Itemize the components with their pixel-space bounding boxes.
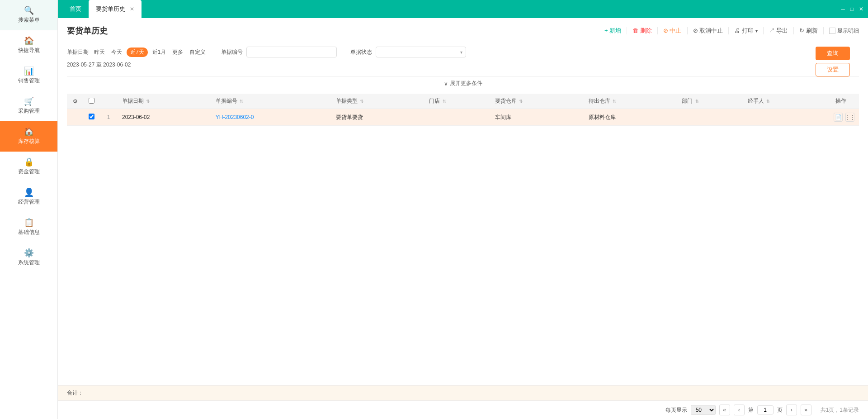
divider	[823, 27, 824, 34]
sidebar-item-basic-info[interactable]: 📋 基础信息	[0, 212, 57, 243]
display-cell-button[interactable]: 显示明细	[829, 27, 859, 35]
cancel-stop-button[interactable]: ⊘ 取消中止	[693, 27, 723, 35]
doc-status-select[interactable]	[376, 47, 466, 57]
window-close-button[interactable]: ✕	[859, 6, 863, 12]
doc-no-input[interactable]	[246, 47, 337, 57]
sort-icon: ⇅	[240, 99, 243, 104]
sidebar-item-label: 资金管理	[18, 168, 40, 176]
sidebar-item-quick-nav[interactable]: 🏠 快捷导航	[0, 30, 57, 61]
row-doc-no-cell[interactable]: YH-20230602-0	[211, 109, 331, 126]
date-7days[interactable]: 近7天	[127, 48, 148, 57]
row-checkbox[interactable]	[89, 114, 94, 119]
first-page-icon: «	[723, 407, 726, 413]
content-area: 要货单历史 + 新增 🗑 删除 ⊘ 中止 ⊘ 取消中止	[58, 18, 868, 419]
row-dept-cell	[677, 109, 743, 126]
refresh-button[interactable]: ↻ 刷新	[799, 27, 818, 35]
table-body: 1 2023-06-02 YH-20230602-0 要货单要货	[67, 109, 859, 126]
page-number-input[interactable]	[757, 405, 774, 414]
divider	[657, 27, 658, 34]
operation-col-header: 操作	[823, 94, 859, 109]
divider	[793, 27, 794, 34]
row-num-cell: 1	[99, 109, 118, 126]
page-size-select[interactable]: 10 20 50 100	[691, 405, 716, 415]
summary-label: 合计：	[67, 390, 83, 396]
sidebar-item-purchase-mgmt[interactable]: 🛒 采购管理	[0, 91, 57, 121]
date-1month[interactable]: 近1月	[151, 48, 168, 57]
settings-button[interactable]: 设置	[816, 63, 850, 76]
date-today[interactable]: 今天	[109, 48, 124, 57]
home-icon: 🏠	[24, 37, 34, 45]
tab-requisition-history-label: 要货单历史	[96, 5, 125, 13]
tab-home[interactable]: 首页	[62, 0, 89, 18]
cart-icon: 🛒	[24, 97, 34, 105]
expand-more-row[interactable]: ∨ 展开更多条件	[67, 76, 859, 90]
user-icon: 👤	[24, 188, 34, 196]
date-custom[interactable]: 自定义	[188, 48, 208, 57]
more-icon: ⋮⋮	[844, 114, 855, 120]
checkbox-col-header[interactable]	[83, 94, 99, 109]
window-minimize-button[interactable]: ─	[841, 6, 845, 12]
row-doc-type-cell: 要货单要货	[331, 109, 425, 126]
add-button[interactable]: + 新增	[604, 27, 621, 35]
store-col-header[interactable]: 门店 ⇅	[425, 94, 491, 109]
date-more[interactable]: 更多	[170, 48, 185, 57]
row-settings-cell	[67, 109, 83, 126]
next-page-button[interactable]: ›	[786, 405, 797, 415]
table-row[interactable]: 1 2023-06-02 YH-20230602-0 要货单要货	[67, 109, 859, 126]
doc-no-label: 单据编号	[221, 48, 243, 56]
first-page-button[interactable]: «	[719, 405, 730, 415]
print-button[interactable]: 🖨 打印 ▾	[734, 27, 758, 35]
sidebar-item-inventory[interactable]: 🏠 库存核算	[0, 121, 57, 152]
divider	[687, 27, 688, 34]
sidebar-item-label: 经营管理	[18, 198, 40, 206]
handler-col-header[interactable]: 经手人 ⇅	[743, 94, 823, 109]
refresh-label: ↻ 刷新	[799, 27, 818, 35]
doc-no-col-header[interactable]: 单据编号 ⇅	[211, 94, 331, 109]
tab-home-label: 首页	[70, 5, 81, 13]
page-label: 第	[748, 406, 754, 414]
delete-button[interactable]: 🗑 删除	[632, 27, 652, 35]
sort-icon: ⇅	[766, 99, 770, 104]
stop-label: ⊘ 中止	[663, 27, 682, 35]
divider	[627, 27, 627, 34]
doc-date-col-header[interactable]: 单据日期 ⇅	[118, 94, 211, 109]
doc-no-link[interactable]: YH-20230602-0	[216, 114, 254, 120]
window-maximize-button[interactable]: □	[850, 6, 854, 12]
sidebar-item-finance-mgmt[interactable]: 🔒 资金管理	[0, 152, 57, 182]
sidebar-item-search-menu[interactable]: 🔍 搜索菜单	[0, 0, 57, 30]
sidebar-item-operations-mgmt[interactable]: 👤 经营管理	[0, 182, 57, 212]
req-warehouse-col-header[interactable]: 要货仓库 ⇅	[491, 94, 584, 109]
export-button[interactable]: ↗ 导出	[769, 27, 788, 35]
display-cell-checkbox[interactable]	[829, 28, 835, 34]
table-header: ⚙ 单据日期 ⇅ 单据编号 ⇅	[67, 94, 859, 109]
row-more-icon[interactable]: ⋮⋮	[845, 113, 854, 122]
row-checkbox-cell[interactable]	[83, 109, 99, 126]
delete-label: 🗑 删除	[632, 27, 652, 35]
doc-type-col-header[interactable]: 单据类型 ⇅	[331, 94, 425, 109]
doc-status-filter-group: 单据状态	[350, 47, 461, 57]
lock-icon: 🔒	[24, 158, 34, 166]
add-label: + 新增	[604, 27, 621, 35]
tab-requisition-history[interactable]: 要货单历史 ✕	[89, 0, 142, 18]
date-filter-label: 单据日期	[67, 48, 89, 56]
settings-gear-icon: ⚙	[73, 98, 78, 105]
filter-fields: 单据日期 昨天 今天 近7天 近1月 更多 自定义	[67, 47, 816, 72]
select-all-checkbox[interactable]	[89, 98, 94, 104]
row-doc-date-cell: 2023-06-02	[118, 109, 211, 126]
pending-warehouse-col-header[interactable]: 待出仓库 ⇅	[584, 94, 678, 109]
stop-button[interactable]: ⊘ 中止	[663, 27, 682, 35]
pagination-info: 共1页，1条记录	[821, 406, 859, 414]
sidebar-item-label: 快捷导航	[18, 47, 40, 54]
settings-col-header[interactable]: ⚙	[67, 94, 83, 109]
row-edit-icon[interactable]: 📄	[834, 113, 843, 122]
sidebar-item-sales-mgmt[interactable]: 📊 销售管理	[0, 61, 57, 91]
last-page-button[interactable]: »	[801, 405, 811, 415]
dept-col-header[interactable]: 部门 ⇅	[677, 94, 743, 109]
tab-close-icon[interactable]: ✕	[130, 6, 134, 12]
prev-page-button[interactable]: ‹	[734, 405, 745, 415]
sidebar-item-system-mgmt[interactable]: ⚙️ 系统管理	[0, 243, 57, 273]
date-yesterday[interactable]: 昨天	[92, 48, 107, 57]
query-button[interactable]: 查询	[816, 47, 850, 60]
filter-row-1: 单据日期 昨天 今天 近7天 近1月 更多 自定义	[67, 47, 816, 57]
cancel-stop-label: ⊘ 取消中止	[693, 27, 723, 35]
